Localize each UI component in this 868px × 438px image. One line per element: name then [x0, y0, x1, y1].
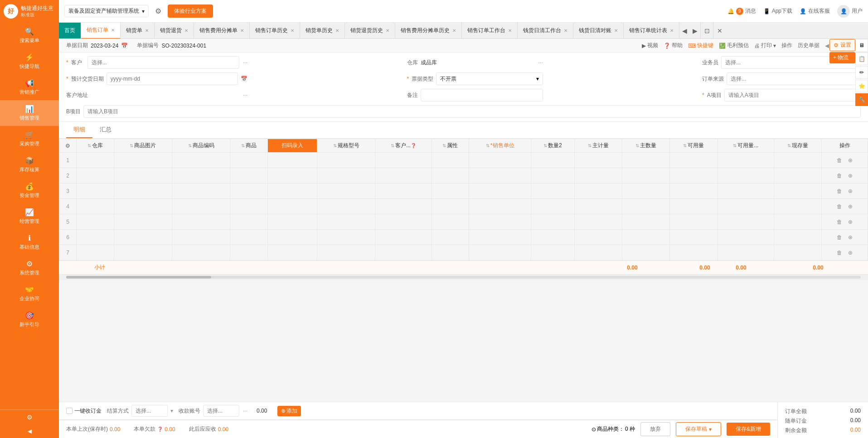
add-logistics-button[interactable]: + 物流	[829, 52, 855, 63]
right-panel-edit-icon[interactable]: ✏	[855, 66, 868, 79]
tab-sales-order-history[interactable]: 销售订单历史 ✕	[250, 23, 300, 39]
tab-summary[interactable]: 汇总	[92, 122, 119, 138]
row-delete-btn-1[interactable]: 🗑	[835, 156, 844, 165]
row-copy-btn-1[interactable]: ⊕	[846, 156, 855, 165]
row-delete-btn-6[interactable]: 🗑	[835, 233, 844, 242]
user-item[interactable]: 👤 用户	[837, 5, 863, 18]
tab-sales-order[interactable]: 销售订单 ✕	[81, 23, 121, 39]
right-panel-tool-icon[interactable]: 🔧	[855, 93, 868, 106]
row-delete-btn-7[interactable]: 🗑	[835, 248, 844, 257]
invoice-type-select[interactable]: 不开票 ▾	[436, 72, 543, 85]
tab-close-icon[interactable]: ✕	[145, 28, 149, 33]
tab-cash-reconcile[interactable]: 钱货日清对账 ✕	[573, 23, 624, 39]
sidebar-collapse-btn[interactable]: ◀	[0, 424, 59, 438]
print-action[interactable]: 🖨 打印 ▾	[754, 42, 776, 49]
row-copy-btn-2[interactable]: ⊕	[846, 171, 855, 180]
sidebar-item-enterprise[interactable]: 🤝 企业协同	[0, 281, 59, 307]
tab-sales-return[interactable]: 销货退货 ✕	[155, 23, 194, 39]
calendar-icon[interactable]: 📅	[121, 43, 128, 49]
row-delete-btn-3[interactable]: 🗑	[835, 187, 844, 196]
th-gear[interactable]: ⚙	[59, 139, 77, 153]
history-action[interactable]: 历史单据	[798, 42, 820, 49]
b-project-input[interactable]	[83, 105, 861, 118]
horizontal-scrollbar[interactable]	[59, 274, 868, 280]
tab-close-icon[interactable]: ✕	[564, 28, 567, 33]
gear-col-icon[interactable]: ⚙	[65, 143, 70, 149]
tab-sales-workbench[interactable]: 销售订单工作台 ✕	[462, 23, 518, 39]
customer-more-icon[interactable]: ···	[243, 59, 247, 66]
tab-close-icon[interactable]: ✕	[291, 28, 294, 33]
payment-method-dropdown[interactable]: ▾	[170, 408, 173, 414]
tab-return-history[interactable]: 销货退货历史 ✕	[345, 23, 395, 39]
tab-action-close[interactable]: ✕	[713, 23, 726, 39]
tab-close-icon[interactable]: ✕	[184, 28, 188, 33]
tab-close-icon[interactable]: ✕	[111, 28, 115, 33]
row-delete-btn-4[interactable]: 🗑	[835, 202, 844, 211]
sidebar-item-system[interactable]: ⚙ 系统管理	[0, 255, 59, 281]
row-copy-btn-3[interactable]: ⊕	[846, 187, 855, 196]
tab-close-icon[interactable]: ✕	[335, 28, 339, 33]
tab-sales-slip[interactable]: 销货单 ✕	[121, 23, 155, 39]
industry-solution-button[interactable]: 体验行业方案	[168, 5, 213, 18]
account-input[interactable]	[203, 405, 239, 417]
nav-prev-icon[interactable]: ◀	[825, 43, 829, 49]
app-download-item[interactable]: 📱 App下载	[763, 7, 792, 15]
row-copy-btn-7[interactable]: ⊕	[846, 248, 855, 257]
tab-action-maximize[interactable]: ⊡	[700, 23, 713, 39]
order-source-input[interactable]	[727, 72, 861, 85]
view-action[interactable]: ▶ 视频	[642, 42, 658, 49]
sidebar-settings[interactable]: ⚙	[0, 410, 59, 424]
row-copy-btn-6[interactable]: ⊕	[846, 233, 855, 242]
sidebar-item-finance[interactable]: 💰 资金管理	[0, 178, 59, 203]
right-panel-star-icon[interactable]: ⭐	[855, 80, 868, 92]
sidebar-item-basic-info[interactable]: ℹ 基础信息	[0, 229, 59, 255]
calendar2-icon[interactable]: 📅	[241, 76, 247, 82]
warehouse-more-icon[interactable]: ···	[538, 59, 543, 66]
right-panel-screen-icon[interactable]: 🖥	[855, 39, 868, 52]
notification-item[interactable]: 🔔 9 消息	[727, 7, 756, 15]
sidebar-item-guide[interactable]: 🎯 新手引导	[0, 307, 59, 332]
online-service-item[interactable]: 👤 在线客服	[800, 7, 830, 15]
sidebar-item-operations[interactable]: 📈 经营管理	[0, 203, 59, 229]
save-new-button[interactable]: 保存&新增	[727, 423, 770, 436]
address-more-icon[interactable]: ···	[243, 92, 247, 98]
sidebar-item-marketing[interactable]: 📢 营销推广	[0, 74, 59, 100]
profit-action[interactable]: 💹 毛利预估	[719, 42, 749, 49]
sidebar-item-purchase[interactable]: 🛒 采购管理	[0, 126, 59, 152]
tab-close-icon[interactable]: ✕	[240, 28, 244, 33]
tab-sales-expense[interactable]: 销售费用分摊单 ✕	[194, 23, 250, 39]
a-project-input[interactable]	[724, 89, 861, 101]
expected-date-input[interactable]	[107, 72, 238, 85]
amount-help-icon[interactable]: ❓	[157, 427, 163, 432]
account-more-icon[interactable]: ···	[243, 408, 247, 414]
sidebar-item-quick-nav[interactable]: ⚡ 快捷导航	[0, 48, 59, 74]
sidebar-item-inventory[interactable]: 📦 库存核算	[0, 152, 59, 178]
one-click-pay-checkbox[interactable]: 一键收订金	[66, 407, 102, 415]
app-selector[interactable]: 装备及固定资产辅助管理系统 ▾	[64, 5, 149, 17]
discard-button[interactable]: 放弃	[640, 422, 670, 436]
add-button[interactable]: ⊕ 添加	[277, 406, 301, 416]
tab-nav-prev[interactable]: ◀	[679, 23, 690, 39]
tab-close-icon[interactable]: ✕	[508, 28, 512, 33]
scrollbar-thumb[interactable]	[66, 276, 211, 279]
settings-gear-icon[interactable]: ⚙	[153, 5, 163, 17]
tab-expense-history[interactable]: 销售费用分摊单历史 ✕	[395, 23, 462, 39]
th-scan-enter[interactable]: 扫码录入	[267, 139, 317, 153]
row-delete-btn-5[interactable]: 🗑	[835, 217, 844, 226]
row-delete-btn-2[interactable]: 🗑	[835, 171, 844, 180]
tab-close-icon[interactable]: ✕	[614, 28, 618, 33]
row-copy-btn-4[interactable]: ⊕	[846, 202, 855, 211]
operation-action[interactable]: 操作	[781, 42, 792, 49]
tab-detail[interactable]: 明细	[66, 122, 92, 138]
help-action[interactable]: ❓ 帮助	[664, 42, 683, 49]
sidebar-item-sales[interactable]: 📊 销售管理	[0, 100, 59, 126]
save-draft-button[interactable]: 保存草稿 ▾	[676, 422, 721, 436]
sidebar-item-search[interactable]: 🔍 搜索菜单	[0, 23, 59, 48]
shortcut-action[interactable]: ⌨ 快捷键	[688, 42, 713, 49]
tab-sales-slip-history[interactable]: 销货单历史 ✕	[300, 23, 345, 39]
row-copy-btn-5[interactable]: ⊕	[846, 217, 855, 226]
settings-button[interactable]: ⚙ 设置	[829, 39, 855, 51]
tab-nav-next[interactable]: ▶	[690, 23, 700, 39]
tab-close-icon[interactable]: ✕	[670, 28, 674, 33]
customer-input[interactable]	[87, 56, 239, 69]
